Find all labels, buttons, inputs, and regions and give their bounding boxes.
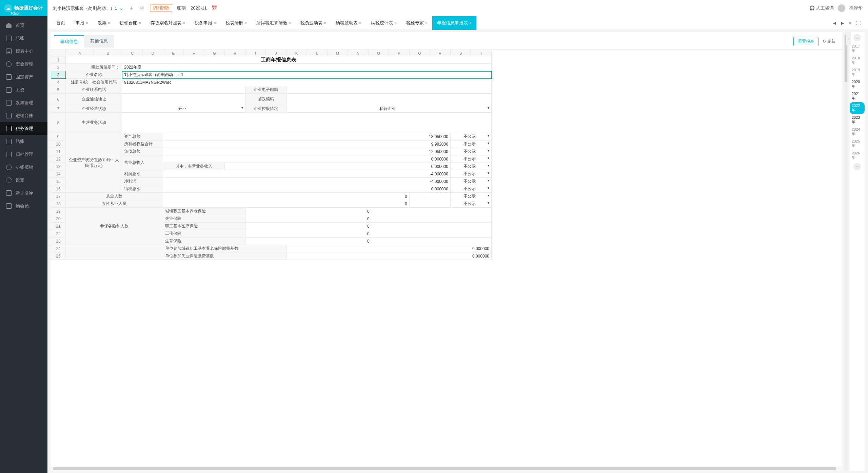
nav-purchase-sales[interactable]: 进销台账	[0, 109, 47, 122]
close-icon[interactable]: ×	[86, 21, 88, 25]
col-header[interactable]: I	[245, 50, 266, 56]
year-2018年[interactable]: 2018年	[850, 55, 865, 67]
nav-guide[interactable]: 新手引导	[0, 187, 47, 200]
col-header[interactable]: H	[225, 50, 245, 56]
close-icon[interactable]: ×	[425, 21, 428, 25]
tab-next[interactable]: ►	[840, 20, 845, 26]
tab-税务申报[interactable]: 税务申报×	[190, 16, 221, 30]
close-icon[interactable]: ×	[139, 21, 141, 25]
tab-税表清册[interactable]: 税表清册×	[221, 16, 252, 30]
old-version-button[interactable]: 切到旧版	[150, 4, 172, 12]
collapse-year-panel[interactable]: ‹	[846, 32, 851, 45]
tab-prev[interactable]: ◄	[832, 20, 837, 26]
nav-reports[interactable]: 报表中心	[0, 45, 47, 58]
tab-首页[interactable]: 首页	[52, 16, 70, 30]
close-icon[interactable]: ×	[289, 21, 291, 25]
user-name[interactable]: 徐泽华	[849, 5, 863, 11]
year-2023年[interactable]: 2023年	[850, 114, 865, 126]
period-value[interactable]: 2023-11	[191, 5, 207, 11]
close-icon[interactable]: ×	[183, 21, 185, 25]
company-name-cell[interactable]: 刘小艳演示账套（勿删勿动！）1	[122, 71, 492, 79]
close-icon[interactable]: ×	[244, 21, 247, 25]
tab-i申报[interactable]: i申报×	[70, 16, 93, 30]
year-2021年[interactable]: 2021年	[850, 90, 865, 102]
tab-发票[interactable]: 发票×	[93, 16, 115, 30]
close-icon[interactable]: ×	[359, 21, 361, 25]
tab-税负波动表[interactable]: 税负波动表×	[296, 16, 331, 30]
reset-report-button[interactable]: 重置报表	[793, 37, 818, 46]
nav-ledger[interactable]: 总账	[0, 32, 47, 45]
tab-所得税汇算清缴[interactable]: 所得税汇算清缴×	[252, 16, 296, 30]
col-header[interactable]: K	[286, 50, 307, 56]
member-icon	[6, 203, 12, 209]
nav-home[interactable]: 首页	[0, 19, 47, 32]
col-header[interactable]: B	[94, 50, 122, 56]
year-2022年[interactable]: 2022年	[850, 102, 865, 114]
account-select[interactable]: 刘小艳演示账套（勿删勿动！）1⌄	[53, 5, 123, 12]
col-header[interactable]: M	[327, 50, 348, 56]
biz-status-select[interactable]: 开业	[122, 105, 245, 113]
add-account-button[interactable]: ＋	[128, 5, 134, 11]
year-up-button[interactable]: ︿	[853, 34, 861, 41]
horizontal-scrollbar[interactable]	[51, 466, 842, 471]
tab-close-all[interactable]: ✕	[848, 20, 852, 26]
nav-archive[interactable]: 归档管理	[0, 148, 47, 161]
nav-settings[interactable]: 设置	[0, 174, 47, 187]
nav-fixed-assets[interactable]: 固定资产	[0, 71, 47, 83]
tab-存货别名对照表[interactable]: 存货别名对照表×	[146, 16, 190, 30]
col-header[interactable]: Q	[409, 50, 430, 56]
sheet-tab-basic[interactable]: 基础信息	[54, 35, 84, 48]
col-header[interactable]: G	[204, 50, 225, 56]
tab-年报信息申报表[interactable]: 年报信息申报表×	[432, 16, 476, 30]
close-icon[interactable]: ×	[324, 21, 326, 25]
year-2019年[interactable]: 2019年	[850, 67, 865, 78]
nav-funds[interactable]: 资金管理	[0, 58, 47, 71]
col-header[interactable]: T	[471, 50, 492, 56]
chart-icon	[6, 49, 12, 54]
col-header[interactable]: F	[183, 50, 204, 56]
nav-closing[interactable]: 结账	[0, 135, 47, 148]
avatar[interactable]	[838, 4, 845, 12]
calendar-icon[interactable]: 📅	[212, 5, 217, 11]
col-header[interactable]: S	[450, 50, 471, 56]
close-icon[interactable]: ×	[469, 21, 472, 25]
refresh-button[interactable]: ↻ 刷新	[823, 39, 835, 44]
close-icon[interactable]: ×	[394, 21, 397, 25]
nav-tax[interactable]: 税务管理	[0, 122, 47, 135]
year-2020年[interactable]: 2020年	[850, 78, 865, 90]
close-icon[interactable]: ×	[108, 21, 110, 25]
year-down-button[interactable]: ﹀	[853, 163, 861, 170]
close-icon[interactable]: ×	[214, 21, 216, 25]
nav-invoice[interactable]: 发票管理	[0, 96, 47, 109]
col-header[interactable]: R	[430, 50, 451, 56]
col-header[interactable]: E	[163, 50, 184, 56]
col-header[interactable]: O	[368, 50, 389, 56]
col-header[interactable]: L	[307, 50, 328, 56]
col-header[interactable]: P	[389, 50, 410, 56]
col-header[interactable]: D	[142, 50, 163, 56]
nav-salary[interactable]: 工资	[0, 83, 47, 96]
tab-进销台账[interactable]: 进销台账×	[115, 16, 146, 30]
vertical-scrollbar[interactable]	[844, 32, 848, 471]
consult-button[interactable]: 🎧 人工咨询	[809, 5, 834, 11]
year-2017年[interactable]: 2017年	[850, 43, 865, 55]
col-header[interactable]: N	[348, 50, 369, 56]
tab-税检专家[interactable]: 税检专家×	[401, 16, 432, 30]
nav-reimburse[interactable]: 小畅报销	[0, 161, 47, 174]
col-header[interactable]: J	[266, 50, 287, 56]
col-header[interactable]: C	[122, 50, 143, 56]
spreadsheet[interactable]: ABCDEFGHIJKLMNOPQRST 1工商年报信息表 2税款所属期间：20…	[51, 50, 842, 466]
col-header[interactable]	[51, 50, 66, 56]
tab-纳税统计表[interactable]: 纳税统计表×	[366, 16, 401, 30]
sheet-tab-other[interactable]: 其他信息	[84, 35, 114, 48]
tab-fullscreen[interactable]: ⛶	[856, 20, 861, 26]
year-2025年[interactable]: 2025年	[850, 138, 865, 150]
year-2026年[interactable]: 2026年	[850, 150, 865, 162]
period-label: 账期	[177, 5, 186, 11]
settings-icon-button[interactable]: ⚙	[139, 5, 145, 11]
col-header[interactable]: A	[65, 50, 94, 56]
nav-member[interactable]: 畅会员	[0, 200, 47, 212]
year-2024年[interactable]: 2024年	[850, 126, 865, 138]
holding-select[interactable]: 私营企业	[286, 105, 491, 113]
tab-纳税波动表[interactable]: 纳税波动表×	[331, 16, 366, 30]
